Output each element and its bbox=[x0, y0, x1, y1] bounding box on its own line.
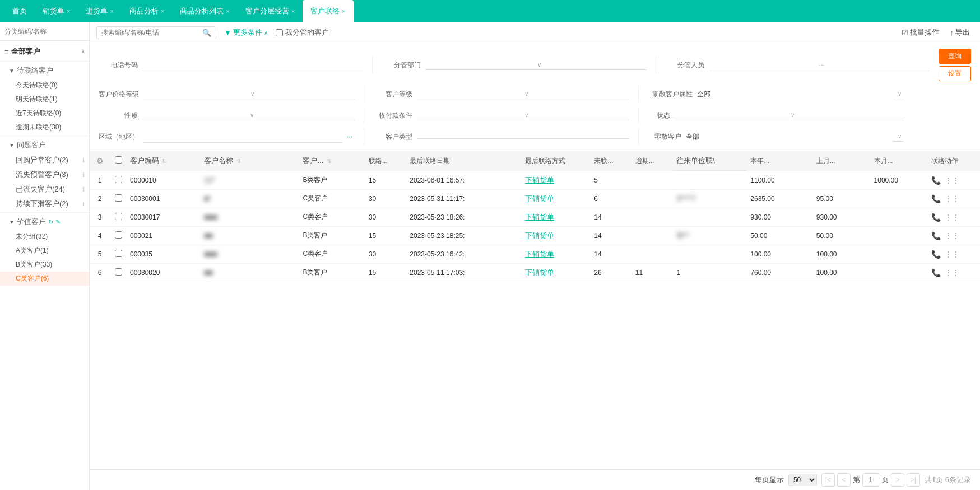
cell-last-method[interactable]: 下销货单 bbox=[522, 245, 591, 263]
sidebar-item-all-customers[interactable]: ≡ 全部客户 « bbox=[0, 43, 89, 60]
last-method-link[interactable]: 下销货单 bbox=[525, 250, 554, 258]
filter-retail-select[interactable]: ∨ bbox=[893, 132, 904, 142]
cell-last-method[interactable]: 下销货单 bbox=[522, 208, 591, 226]
last-method-link[interactable]: 下销货单 bbox=[525, 231, 554, 240]
sidebar-item-tomorrow-contact[interactable]: 明天待联络(1) bbox=[0, 92, 89, 106]
filter-more-btn[interactable]: ▼ 更多条件 ∧ bbox=[221, 26, 271, 39]
filter-dept-select[interactable]: ∨ bbox=[425, 60, 646, 70]
set-btn[interactable]: 设置 bbox=[939, 66, 971, 81]
sidebar-item-today-contact[interactable]: 今天待联络(0) bbox=[0, 78, 89, 92]
cell-checkbox[interactable] bbox=[110, 171, 127, 189]
more-action-icon[interactable]: ⋮⋮ bbox=[944, 250, 960, 259]
page-next-btn[interactable]: > bbox=[891, 473, 904, 487]
sidebar-item-overdue-contact[interactable]: 逾期未联络(30) bbox=[0, 120, 89, 134]
row-checkbox[interactable] bbox=[115, 194, 122, 202]
row-checkbox[interactable] bbox=[115, 250, 122, 257]
filter-status-select[interactable]: ∨ bbox=[675, 110, 904, 120]
search-input[interactable] bbox=[101, 29, 202, 36]
cell-checkbox[interactable] bbox=[110, 245, 127, 263]
th-type[interactable]: 客户... ⇅ bbox=[299, 151, 365, 171]
my-customers-checkbox[interactable] bbox=[276, 29, 283, 36]
row-checkbox[interactable] bbox=[115, 176, 122, 183]
filter-nature-select[interactable]: ∨ bbox=[142, 110, 355, 120]
contact-action-icon[interactable]: 📞 bbox=[931, 231, 941, 240]
nav-sales[interactable]: 销货单 × bbox=[35, 0, 78, 22]
sidebar-item-class-a[interactable]: A类客户(1) bbox=[0, 244, 89, 258]
select-all-checkbox[interactable] bbox=[115, 156, 122, 164]
cell-checkbox[interactable] bbox=[110, 263, 127, 282]
nav-goods-analysis[interactable]: 商品分析 × bbox=[122, 0, 172, 22]
th-overdue[interactable]: 逾期... bbox=[632, 151, 673, 171]
th-history[interactable]: 往来单位联\ bbox=[673, 151, 747, 171]
contact-action-icon[interactable]: 📞 bbox=[931, 176, 941, 185]
th-unlink-days[interactable]: 未联... bbox=[591, 151, 631, 171]
filter-region-input[interactable] bbox=[143, 131, 342, 143]
row-checkbox[interactable] bbox=[115, 268, 122, 276]
batch-btn[interactable]: ☑ 批量操作 bbox=[898, 26, 942, 39]
contact-action-icon[interactable]: 📞 bbox=[931, 250, 941, 259]
manager-dots[interactable]: ··· bbox=[817, 61, 927, 69]
sidebar-search-input[interactable] bbox=[4, 27, 89, 35]
page-prev-btn[interactable]: < bbox=[837, 473, 851, 487]
query-btn[interactable]: 查询 bbox=[939, 49, 971, 64]
more-action-icon[interactable]: ⋮⋮ bbox=[944, 231, 960, 240]
nav-close-goods-analysis-list[interactable]: × bbox=[226, 8, 229, 15]
sidebar-item-ungrouped[interactable]: 未分组(32) bbox=[0, 230, 89, 244]
th-last-month[interactable]: 上月... bbox=[813, 151, 871, 171]
nav-close-sales[interactable]: × bbox=[67, 8, 70, 15]
search-icon[interactable]: 🔍 bbox=[202, 29, 211, 37]
th-last-method[interactable]: 最后联络方式 bbox=[522, 151, 591, 171]
nav-home[interactable]: 首页 bbox=[4, 0, 35, 22]
last-method-link[interactable]: 下销货单 bbox=[525, 194, 554, 203]
cell-last-method[interactable]: 下销货单 bbox=[522, 226, 591, 245]
my-customers-filter[interactable]: 我分管的客户 bbox=[276, 27, 329, 38]
nav-customer-contact[interactable]: 客户联络 × bbox=[303, 0, 353, 22]
nav-goods-analysis-list[interactable]: 商品分析列表 × bbox=[172, 0, 237, 22]
contact-action-icon[interactable]: 📞 bbox=[931, 213, 941, 222]
cell-checkbox[interactable] bbox=[110, 226, 127, 245]
more-action-icon[interactable]: ⋮⋮ bbox=[944, 268, 960, 277]
last-method-link[interactable]: 下销货单 bbox=[525, 176, 554, 184]
cell-checkbox[interactable] bbox=[110, 189, 127, 208]
filter-customer-type-select[interactable] bbox=[417, 135, 629, 139]
sidebar-item-churned[interactable]: 已流失客户(24) ℹ bbox=[0, 182, 89, 197]
sidebar-item-class-c[interactable]: C类客户(6) bbox=[0, 272, 89, 286]
cell-last-method[interactable]: 下销货单 bbox=[522, 263, 591, 282]
nav-close-customer-contact[interactable]: × bbox=[342, 8, 345, 15]
filter-customer-level-select[interactable]: ∨ bbox=[417, 89, 629, 99]
row-checkbox[interactable] bbox=[115, 231, 122, 239]
sidebar-item-week-contact[interactable]: 近7天待联络(0) bbox=[0, 106, 89, 120]
cell-checkbox[interactable] bbox=[110, 208, 127, 226]
last-method-link[interactable]: 下销货单 bbox=[525, 213, 554, 221]
export-btn[interactable]: ↑ 导出 bbox=[947, 26, 974, 39]
filter-retail-attr-select[interactable]: ∨ bbox=[893, 89, 904, 99]
nav-close-customer-tier[interactable]: × bbox=[291, 8, 295, 15]
region-dots[interactable]: ··· bbox=[345, 133, 355, 141]
page-number-input[interactable] bbox=[862, 473, 879, 487]
th-this-month[interactable]: 本月... bbox=[871, 151, 928, 171]
last-method-link[interactable]: 下销货单 bbox=[525, 268, 554, 277]
page-last-btn[interactable]: >| bbox=[907, 473, 920, 487]
th-contact[interactable]: 联络... bbox=[365, 151, 406, 171]
cell-last-method[interactable]: 下销货单 bbox=[522, 189, 591, 208]
per-page-select[interactable]: 50 100 200 bbox=[788, 474, 817, 486]
row-checkbox[interactable] bbox=[115, 213, 122, 220]
sidebar-item-class-b[interactable]: B类客户(33) bbox=[0, 258, 89, 272]
th-code[interactable]: 客户编码 ⇅ bbox=[127, 151, 201, 171]
th-name[interactable]: 客户名称 ⇅ bbox=[201, 151, 299, 171]
nav-customer-tier[interactable]: 客户分层经营 × bbox=[238, 0, 303, 22]
nav-purchase[interactable]: 进货单 × bbox=[78, 0, 121, 22]
nav-close-goods-analysis[interactable]: × bbox=[161, 8, 164, 15]
filter-payment-select[interactable]: ∨ bbox=[417, 110, 629, 120]
filter-price-level-select[interactable]: ∨ bbox=[143, 89, 355, 99]
edit-icon[interactable]: ✎ bbox=[55, 218, 61, 226]
page-first-btn[interactable]: |< bbox=[821, 473, 835, 487]
th-this-year[interactable]: 本年... bbox=[747, 151, 812, 171]
filter-manager-select[interactable]: ··· bbox=[709, 59, 930, 71]
nav-close-purchase[interactable]: × bbox=[110, 8, 113, 15]
sidebar-group-pending[interactable]: ▼ 待联络客户 bbox=[0, 63, 89, 78]
more-action-icon[interactable]: ⋮⋮ bbox=[944, 213, 960, 222]
sidebar-item-declining[interactable]: 持续下滑客户(2) ℹ bbox=[0, 197, 89, 211]
more-action-icon[interactable]: ⋮⋮ bbox=[944, 194, 960, 203]
th-last-date[interactable]: 最后联络日期 bbox=[406, 151, 522, 171]
